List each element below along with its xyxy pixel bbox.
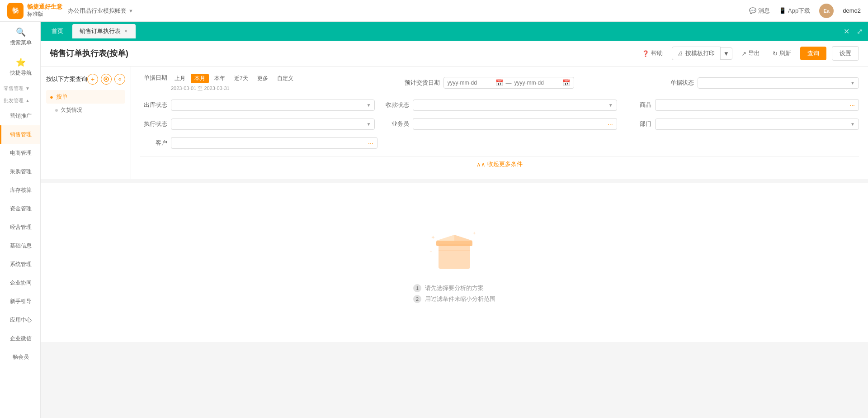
logo-area: 畅 畅捷通好生意 标准版 [7, 3, 62, 19]
date-filter-group: 单据日期 上月 本月 本年 近7天 更多 自定义 [140, 74, 396, 92]
customer-more-icon[interactable]: ··· [368, 139, 373, 147]
sidebar-item-purchase[interactable]: 采购管理 [0, 162, 40, 181]
sidebar-item-member[interactable]: 畅会员 [0, 348, 40, 366]
wholesale-expand-icon: ▲ [25, 98, 30, 103]
filter-body: 按以下方案查询 + « [41, 66, 868, 179]
sidebar-item-ecommerce[interactable]: 电商管理 [0, 144, 40, 162]
collapse-btn[interactable]: ∧∧ 收起更多条件 [140, 156, 859, 172]
goods-input[interactable] [659, 102, 850, 109]
sidebar-item-finance[interactable]: 资金管理 [0, 200, 40, 218]
collapse-scheme-btn[interactable]: « [114, 74, 125, 85]
sidebar-item-search[interactable]: 🔍 搜索菜单 [0, 22, 40, 52]
doc-status-control[interactable]: ▼ [698, 77, 859, 89]
salesperson-control[interactable]: ··· [413, 118, 617, 130]
app-download-btn[interactable]: 📱 App下载 [779, 7, 810, 15]
customer-input[interactable] [175, 140, 368, 147]
download-icon: 📱 [779, 7, 786, 14]
sub-item-dot [55, 109, 58, 112]
breadcrumb[interactable]: 办公用品行业模拟账套 ▼ [68, 7, 133, 15]
filter-left-title: 按以下方案查询 [46, 75, 87, 83]
refresh-btn[interactable]: ↻ 刷新 [769, 48, 795, 59]
sidebar-item-enterprise[interactable]: 企业协同 [0, 274, 40, 292]
main-layout: 🔍 搜索菜单 ⭐ 快捷导航 零售管理 ▼ 批发管理 ▲ 营销推广 销售管理 电商… [0, 22, 868, 418]
sidebar-item-quick-nav[interactable]: ⭐ 快捷导航 [0, 52, 40, 82]
empty-state: ✦ ✦ ✦ 1 请先选择要分析的方案 2 用过滤条件来缩小分析范围 [41, 183, 868, 342]
exec-status-control[interactable]: ▼ [171, 119, 375, 130]
refresh-icon: ↻ [773, 50, 778, 57]
salesperson-more-icon[interactable]: ··· [608, 120, 613, 128]
tab-maximize-icon[interactable]: ⤢ [855, 25, 864, 38]
date-tab-this-year[interactable]: 本年 [211, 74, 229, 83]
date-tab-this-month[interactable]: 本月 [191, 74, 209, 83]
sidebar-item-operations[interactable]: 经营管理 [0, 218, 40, 237]
tab-home[interactable]: 首页 [44, 24, 71, 38]
print-btn-group: 🖨 按模板打印 ▼ [672, 47, 732, 60]
print-dropdown-btn[interactable]: ▼ [721, 48, 732, 60]
date-tab-7days[interactable]: 近7天 [231, 74, 252, 83]
goods-control[interactable]: ··· [655, 99, 859, 111]
sidebar-item-inventory[interactable]: 库存核算 [0, 181, 40, 200]
sidebar-item-apps[interactable]: 应用中心 [0, 311, 40, 329]
user-name[interactable]: demo2 [843, 7, 861, 14]
out-status-dropdown-icon: ▼ [366, 103, 371, 108]
sidebar-item-marketing[interactable]: 营销推广 [0, 107, 40, 125]
tab-close-window-icon[interactable]: ✕ [842, 25, 851, 38]
scheme-active-icon: ● [50, 94, 53, 100]
collect-status-input[interactable] [417, 102, 608, 109]
expected-date-group: 预计交货日期 📅 — 📅 [404, 77, 660, 89]
scheme-item-active[interactable]: ● 按单 [46, 90, 125, 104]
customer-control[interactable]: ··· [171, 137, 377, 149]
query-btn[interactable]: 查询 [800, 47, 826, 60]
collect-status-group: 收款状态 ▼ [382, 100, 617, 111]
sidebar-item-wechat[interactable]: 企业微信 [0, 329, 40, 348]
doc-status-group: 单据状态 ▼ [667, 77, 859, 89]
expected-date-input-start[interactable]: 📅 — 📅 [443, 77, 574, 89]
sidebar-item-newbie[interactable]: 新手引导 [0, 292, 40, 311]
tab-active[interactable]: 销售订单执行表 × [72, 24, 136, 38]
date-tab-custom[interactable]: 自定义 [274, 74, 297, 83]
print-btn[interactable]: 🖨 按模板打印 [672, 47, 721, 60]
sidebar-item-basics[interactable]: 基础信息 [0, 237, 40, 255]
dept-control[interactable]: ▼ [655, 119, 859, 130]
date-tab-last-month[interactable]: 上月 [171, 74, 189, 83]
expected-date-label: 预计交货日期 [404, 79, 440, 87]
search-icon: 🔍 [16, 27, 26, 37]
filter-row-1: 单据日期 上月 本月 本年 近7天 更多 自定义 [140, 74, 859, 92]
help-btn[interactable]: ❓ 帮助 [638, 48, 666, 59]
help-icon: ❓ [642, 50, 649, 57]
sidebar-item-sales[interactable]: 销售管理 [0, 125, 40, 144]
customer-group: 客户 ··· [140, 137, 377, 149]
goods-more-icon[interactable]: ··· [849, 101, 855, 109]
calendar-start-icon[interactable]: 📅 [495, 79, 503, 86]
calendar-end-icon[interactable]: 📅 [562, 79, 570, 86]
filter-right-panel: 单据日期 上月 本月 本年 近7天 更多 自定义 [131, 66, 868, 179]
header-right: 💬 消息 📱 App下载 Ea demo2 [749, 4, 861, 18]
tab-bar-right: ✕ ⤢ [842, 25, 864, 38]
goods-label: 商品 [624, 101, 651, 109]
exec-status-label: 执行状态 [140, 120, 167, 128]
message-btn[interactable]: 💬 消息 [749, 7, 770, 15]
filter-row-4: 客户 ··· [140, 137, 859, 149]
edit-scheme-btn[interactable] [101, 74, 112, 85]
exec-status-input[interactable] [175, 121, 366, 128]
date-tab-more[interactable]: 更多 [254, 74, 272, 83]
dept-input[interactable] [659, 121, 850, 128]
collect-status-control[interactable]: ▼ [413, 100, 617, 111]
export-btn[interactable]: ↗ 导出 [738, 48, 764, 59]
expected-date-start-field[interactable] [448, 80, 493, 86]
avatar: Ea [819, 4, 834, 18]
out-status-control[interactable]: ▼ [171, 100, 375, 111]
sidebar-item-system[interactable]: 系统管理 [0, 255, 40, 274]
settings-btn[interactable]: 设置 [832, 46, 859, 61]
add-scheme-btn[interactable]: + [87, 74, 98, 85]
salesperson-input[interactable] [417, 121, 608, 128]
scheme-sub-item[interactable]: 欠货情况 [46, 104, 125, 117]
logo-icon: 畅 [7, 3, 24, 19]
filter-left-header: 按以下方案查询 + « [46, 74, 125, 85]
out-status-input[interactable] [175, 102, 366, 109]
sidebar-section-retail: 零售管理 ▼ [0, 82, 40, 95]
filter-section: 按以下方案查询 + « [41, 66, 868, 179]
tab-close-icon[interactable]: × [123, 28, 128, 34]
doc-status-input[interactable] [702, 80, 850, 86]
expected-date-end-field[interactable] [514, 80, 560, 86]
